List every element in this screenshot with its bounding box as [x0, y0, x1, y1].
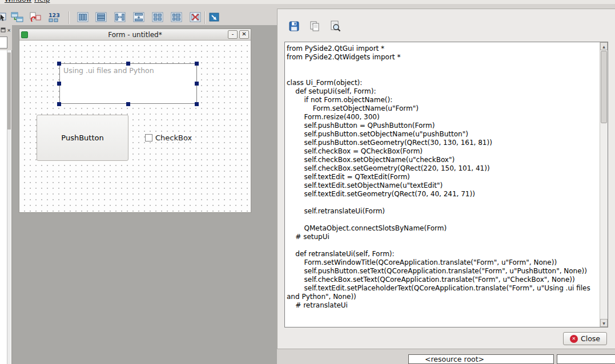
close-button-label: Close — [581, 334, 600, 343]
break-layout-button[interactable] — [188, 10, 203, 25]
code-preview-dialog: from PySide2.QtGui import * from PySide2… — [277, 9, 615, 349]
layout-form-icon — [170, 10, 183, 26]
selection-handle-bottom-right[interactable] — [195, 102, 199, 106]
layout-grid-button[interactable] — [150, 10, 165, 25]
form-canvas[interactable]: Using .ui files and Python PushButton Ch… — [19, 41, 251, 212]
close-icon: ✕ — [570, 335, 578, 343]
edit-buddies-icon — [29, 10, 42, 26]
form-window: Form - untitled* - ✕ Using .ui files and… — [19, 29, 251, 213]
edit-signals-slots-button[interactable] — [10, 10, 25, 25]
resource-tree-panel: <resource root> — [408, 354, 554, 364]
layout-horizontal-button[interactable] — [75, 10, 90, 25]
selection-handle-top-right[interactable] — [195, 62, 199, 66]
toolbar-separator — [69, 11, 70, 24]
selection-handle-top-left[interactable] — [57, 62, 61, 66]
edit-buddies-button[interactable] — [28, 10, 43, 25]
copy-icon — [308, 20, 321, 34]
menu-window[interactable]: Window — [5, 0, 31, 3]
selection-handle-middle-right[interactable] — [195, 82, 199, 86]
scroll-up-button[interactable]: ▲ — [600, 42, 608, 50]
save-button[interactable] — [287, 19, 302, 34]
scroll-thumb[interactable] — [601, 51, 607, 123]
qt-designer-window: Window Help 123 — [0, 0, 615, 364]
form-minimize-button[interactable]: - — [228, 30, 238, 39]
layout-vertical-splitter-icon — [132, 10, 146, 26]
close-button[interactable]: ✕ Close — [563, 332, 607, 345]
form-titlebar[interactable]: Form - untitled* - ✕ — [19, 29, 251, 41]
dock-close-button[interactable]: ✕ — [6, 27, 12, 34]
form-close-button[interactable]: ✕ — [239, 30, 249, 39]
textedit-widget[interactable]: Using .ui files and Python — [59, 63, 197, 104]
layout-vertical-button[interactable] — [94, 10, 108, 25]
find-button[interactable] — [328, 19, 343, 34]
find-icon — [329, 20, 341, 34]
layout-horizontal-splitter-icon — [113, 10, 127, 26]
widgetbox-scroll-thumb[interactable] — [7, 52, 11, 130]
layout-grid-icon — [151, 10, 164, 26]
selection-handle-top-middle[interactable] — [126, 62, 130, 66]
pushbutton-widget[interactable]: PushButton — [37, 115, 128, 161]
checkbox-label: CheckBox — [155, 134, 192, 142]
selection-handle-bottom-left[interactable] — [57, 102, 61, 106]
menubar: Window Help — [0, 0, 615, 4]
dock-float-icon — [1, 27, 6, 34]
form-title: Form - untitled* — [19, 31, 251, 39]
widgetbox-scrollbar[interactable] — [7, 50, 11, 364]
edit-signals-slots-icon — [10, 10, 24, 26]
resource-detail-panel — [557, 354, 615, 364]
code-text: from PySide2.QtGui import * from PySide2… — [287, 45, 599, 327]
layout-form-button[interactable] — [169, 10, 184, 25]
checkbox-widget[interactable]: CheckBox — [145, 126, 203, 149]
widgetbox-panel — [0, 50, 12, 364]
widgetbox-filter-input[interactable] — [0, 37, 7, 48]
dialog-toolbar — [287, 19, 343, 34]
layout-vertical-icon — [94, 10, 108, 26]
code-area[interactable]: from PySide2.QtGui import * from PySide2… — [284, 42, 608, 327]
svg-text:123: 123 — [49, 12, 60, 18]
layout-vertical-splitter-button[interactable] — [131, 10, 146, 25]
save-icon — [288, 20, 300, 34]
break-layout-icon — [188, 10, 202, 26]
menu-help[interactable]: Help — [34, 0, 50, 3]
selection-handle-bottom-middle[interactable] — [126, 102, 130, 106]
layout-horizontal-splitter-button[interactable] — [112, 10, 127, 25]
layout-horizontal-icon — [76, 10, 90, 26]
edit-tab-order-icon: 123 — [47, 10, 61, 26]
adjust-size-icon — [207, 10, 221, 26]
scroll-down-button[interactable]: ▼ — [600, 319, 608, 327]
edit-widgets-icon — [0, 10, 9, 26]
edit-widgets-button[interactable] — [0, 10, 9, 25]
adjust-size-button[interactable] — [207, 10, 222, 25]
selection-handle-middle-left[interactable] — [57, 82, 61, 86]
toolbar-separator — [204, 11, 206, 24]
code-scrollbar[interactable]: ▲ ▼ — [600, 42, 608, 327]
edit-tab-order-button[interactable]: 123 — [46, 10, 61, 25]
checkbox-indicator[interactable] — [145, 134, 152, 141]
dock-close-icon: ✕ — [7, 28, 11, 33]
copy-button[interactable] — [307, 19, 322, 34]
resource-root-item[interactable]: <resource root> — [409, 355, 553, 363]
